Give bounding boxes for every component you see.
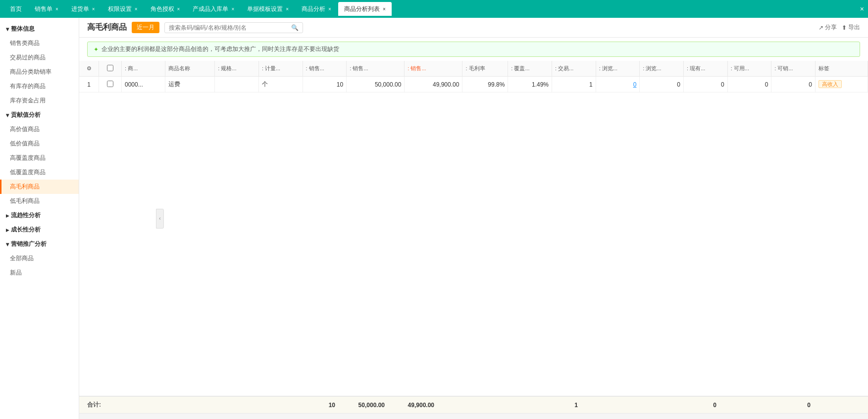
col-sales-amount: : 销售... (347, 61, 405, 77)
tab-finished-goods[interactable]: 产成品入库单 × (187, 2, 240, 16)
share-icon: ↗ (818, 24, 823, 31)
close-tab-finished[interactable]: × (231, 6, 234, 12)
cell-browse1[interactable]: 0 (596, 77, 640, 93)
top-navigation: 首页 销售单 × 进货单 × 权限设置 × 角色授权 × 产成品入库单 × 单据… (0, 0, 868, 18)
period-button[interactable]: 近一月 (132, 22, 159, 33)
cell-available2: 0 (727, 77, 771, 93)
cell-browse2: 0 (640, 77, 684, 93)
footer-sales-amount: 50,000.00 (345, 402, 385, 409)
col-browse2: : 浏览... (640, 61, 684, 77)
col-settings[interactable]: ⚙ (79, 61, 99, 77)
tab-permission-settings[interactable]: 权限设置 × (102, 2, 144, 16)
close-tab-template[interactable]: × (286, 6, 289, 12)
col-browse1: : 浏览... (596, 61, 640, 77)
close-tab-analysis[interactable]: × (328, 6, 331, 12)
page-title: 高毛利商品 (87, 22, 127, 33)
sidebar-collapse-button[interactable]: ‹ (156, 209, 164, 229)
search-box: 🔍 (164, 22, 303, 33)
cell-name: 运费 (165, 77, 215, 93)
sidebar-item-in-stock[interactable]: 有库存的商品 (0, 79, 79, 93)
close-all-button[interactable]: × (860, 5, 864, 13)
cell-sales-profit: 49,900.00 (405, 77, 462, 93)
info-icon: ✦ (94, 46, 99, 53)
tab-sales-order[interactable]: 销售单 × (29, 2, 64, 16)
col-gross-rate: : 毛利率 (462, 61, 508, 77)
footer-sales-profit: 49,900.00 (395, 402, 434, 409)
select-all-checkbox[interactable] (107, 65, 113, 71)
sidebar-item-low-value[interactable]: 低价值商品 (0, 137, 79, 151)
horizontal-scrollbar[interactable] (79, 413, 868, 419)
main-layout: ▾ 整体信息 销售类商品 交易过的商品 商品分类助销率 有库存的商品 库存资金占… (0, 18, 868, 419)
col-available1: : 现有... (684, 61, 728, 77)
tab-analysis-list[interactable]: 商品分析列表 × (338, 2, 392, 16)
tab-template-settings[interactable]: 单据模板设置 × (241, 2, 295, 16)
sidebar-item-low-margin[interactable]: 低毛利商品 (0, 194, 79, 208)
sidebar-item-high-coverage[interactable]: 高覆盖度商品 (0, 151, 79, 165)
close-tab-analysis-list[interactable]: × (383, 6, 386, 12)
col-coverage: : 覆盖... (508, 61, 552, 77)
tab-product-analysis[interactable]: 商品分析 × (296, 2, 337, 16)
sidebar-group-growth[interactable]: ▸ 成长性分析 (0, 223, 79, 237)
footer-available1: 0 (677, 402, 716, 409)
tab-home[interactable]: 首页 (4, 2, 28, 16)
cell-spec (215, 77, 259, 93)
col-code: : 商... (122, 61, 165, 77)
sidebar-group-trend[interactable]: ▸ 流趋性分析 (0, 208, 79, 223)
col-unit: : 计量... (258, 61, 303, 77)
sidebar-group-contribution[interactable]: ▾ 贡献值分析 (0, 108, 79, 122)
col-sales-qty: : 销售... (303, 61, 347, 77)
footer-sales-qty: 10 (296, 402, 335, 409)
col-available2: : 可用... (727, 61, 771, 77)
sidebar-item-high-margin[interactable]: 高毛利商品 (0, 180, 79, 194)
cell-sales-qty: 10 (303, 77, 347, 93)
cell-gross-rate: 99.8% (462, 77, 508, 93)
chevron-right-icon-2: ▸ (6, 227, 9, 233)
col-tag: 标签 (816, 61, 868, 77)
sidebar-item-high-value[interactable]: 高价值商品 (0, 122, 79, 137)
close-tab-purchase[interactable]: × (92, 6, 95, 12)
col-sellable: : 可销... (771, 61, 816, 77)
sidebar-item-stock-capital[interactable]: 库存资金占用 (0, 93, 79, 108)
row-checkbox[interactable] (107, 81, 113, 87)
col-name: 商品名称 (165, 61, 215, 77)
table-header-row: ⚙ : 商... 商品名称 : 规格... : 计量... : 销售... : … (79, 61, 868, 77)
chevron-down-icon-3: ▾ (6, 241, 9, 248)
sidebar-group-marketing[interactable]: ▾ 营销推广分析 (0, 237, 79, 251)
tab-purchase-order[interactable]: 进货单 × (65, 2, 101, 16)
sidebar-item-sales-products[interactable]: 销售类商品 (0, 36, 79, 50)
info-text: 企业的主要的利润都是这部分商品创造的，可考虑加大推广，同时关注库存是不要出现缺货 (102, 45, 339, 53)
sidebar-item-all-products[interactable]: 全部商品 (0, 251, 79, 266)
close-tab-sales[interactable]: × (55, 6, 58, 12)
sidebar-item-category-assist[interactable]: 商品分类助销率 (0, 65, 79, 79)
chevron-down-icon: ▾ (6, 26, 9, 33)
chevron-down-icon-2: ▾ (6, 112, 9, 119)
header-actions: ↗ 分享 ⬆ 导出 (818, 23, 860, 32)
sidebar-item-low-coverage[interactable]: 低覆盖度商品 (0, 165, 79, 180)
close-tab-permission[interactable]: × (135, 6, 138, 12)
export-icon: ⬆ (842, 24, 847, 31)
export-button[interactable]: ⬆ 导出 (842, 23, 860, 32)
search-icon[interactable]: 🔍 (291, 24, 299, 31)
tab-role-auth[interactable]: 角色授权 × (145, 2, 186, 16)
cell-code: 0000... (122, 77, 165, 93)
sidebar-item-traded-products[interactable]: 交易过的商品 (0, 50, 79, 65)
cell-tag: 高收入 (816, 77, 868, 93)
cell-available1: 0 (684, 77, 728, 93)
col-spec: : 规格... (215, 61, 259, 77)
close-tab-role[interactable]: × (177, 6, 180, 12)
col-transactions: : 交易... (552, 61, 596, 77)
share-button[interactable]: ↗ 分享 (818, 23, 837, 32)
cell-seq: 1 (79, 77, 99, 93)
col-sales-profit: : 销售... (405, 61, 462, 77)
footer-sellable: 0 (771, 402, 811, 409)
content-header: 高毛利商品 近一月 🔍 ↗ 分享 ⬆ 导出 (79, 18, 868, 38)
search-input[interactable] (169, 24, 289, 31)
cell-coverage: 1.49% (508, 77, 552, 93)
total-label: 合计: (87, 401, 101, 409)
col-checkbox[interactable] (99, 61, 122, 77)
cell-unit: 个 (258, 77, 303, 93)
cell-sellable: 0 (771, 77, 816, 93)
sidebar-item-new-products[interactable]: 新品 (0, 266, 79, 280)
sidebar-group-overall[interactable]: ▾ 整体信息 (0, 22, 79, 36)
cell-checkbox[interactable] (99, 77, 122, 93)
